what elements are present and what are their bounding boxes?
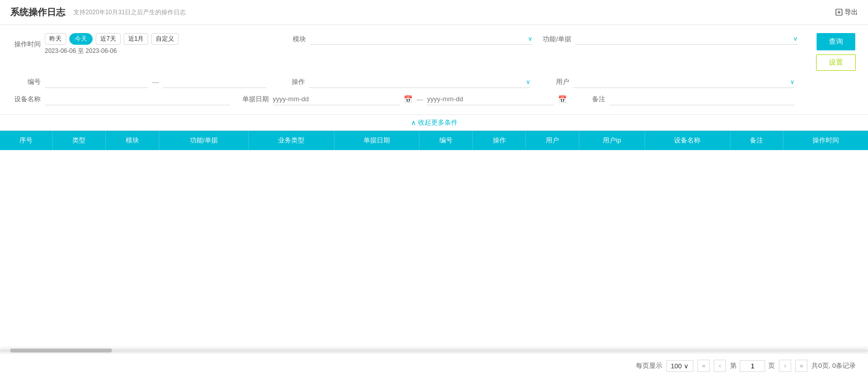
data-table: 序号 类型 模块 功能/单据 业务类型 单据日期 编号 操作 用户 用户ip 设… bbox=[0, 131, 868, 150]
collapse-bar[interactable]: ∧ 收起更多条件 bbox=[0, 115, 868, 131]
func-arrow-icon: ∨ bbox=[793, 35, 798, 42]
col-header-code: 编号 bbox=[419, 131, 472, 150]
scrollbar-track bbox=[0, 348, 868, 353]
page-label: 第 bbox=[730, 361, 737, 370]
remark-filter-item: 备注 bbox=[577, 93, 795, 105]
user-arrow-icon: ∨ bbox=[790, 78, 795, 85]
date-from-calendar-icon[interactable]: 📅 bbox=[404, 95, 412, 103]
query-button[interactable]: 查询 bbox=[817, 33, 855, 50]
col-header-biz-type: 业务类型 bbox=[249, 131, 334, 150]
export-button[interactable]: 导出 bbox=[835, 8, 858, 17]
doc-date-separator: — bbox=[416, 96, 423, 103]
func-select[interactable]: ∨ bbox=[575, 33, 798, 45]
page-title: 系统操作日志 bbox=[10, 6, 65, 18]
func-label: 功能/单据 bbox=[543, 35, 571, 44]
code-to-input[interactable] bbox=[163, 76, 266, 88]
doc-date-label: 单据日期 bbox=[240, 95, 269, 104]
module-select[interactable]: ∨ bbox=[310, 33, 533, 45]
user-label: 用户 bbox=[541, 77, 569, 86]
remark-input[interactable] bbox=[609, 93, 795, 105]
col-header-func: 功能/单据 bbox=[159, 131, 248, 150]
module-label: 模块 bbox=[277, 35, 306, 44]
export-icon bbox=[835, 9, 843, 16]
page-input-group: 第 页 bbox=[730, 360, 775, 372]
time-filter-item: 操作时间 昨天 今天 近7天 近1月 自定义 2023-06-06 至 2023… bbox=[12, 33, 267, 55]
table-container: 序号 类型 模块 功能/单据 业务类型 单据日期 编号 操作 用户 用户ip 设… bbox=[0, 131, 868, 347]
op-filter-item: 操作 ∨ bbox=[276, 76, 530, 88]
doc-date-filter-item: 单据日期 📅 — 📅 bbox=[240, 93, 567, 105]
doc-date-to-input[interactable] bbox=[427, 93, 554, 105]
module-filter-item: 模块 ∨ bbox=[277, 33, 533, 45]
page-size-value: 100 bbox=[671, 362, 682, 370]
code-label: 编号 bbox=[12, 77, 41, 86]
per-page-label: 每页显示 bbox=[636, 361, 662, 370]
page-size-select[interactable]: 100 ∨ bbox=[666, 360, 694, 372]
export-label: 导出 bbox=[845, 8, 858, 17]
page-unit: 页 bbox=[768, 361, 775, 370]
module-arrow-icon: ∨ bbox=[528, 35, 533, 42]
doc-date-from-input[interactable] bbox=[273, 93, 400, 105]
time-btn-7days[interactable]: 近7天 bbox=[96, 33, 121, 45]
remark-label: 备注 bbox=[577, 95, 605, 104]
time-btn-1month[interactable]: 近1月 bbox=[124, 33, 149, 45]
prev-page-button[interactable]: ‹ bbox=[714, 360, 726, 372]
col-header-seq: 序号 bbox=[0, 131, 52, 150]
device-filter-item: 设备名称 bbox=[12, 93, 230, 105]
col-header-op: 操作 bbox=[472, 131, 525, 150]
time-label: 操作时间 bbox=[12, 40, 41, 49]
time-btn-today[interactable]: 今天 bbox=[69, 33, 93, 45]
collapse-label: 收起更多条件 bbox=[418, 118, 458, 127]
first-page-button[interactable]: « bbox=[697, 360, 710, 372]
user-filter-item: 用户 ∨ bbox=[541, 76, 795, 88]
col-header-type: 类型 bbox=[52, 131, 105, 150]
time-btn-yesterday[interactable]: 昨天 bbox=[45, 33, 66, 45]
horizontal-scrollbar[interactable] bbox=[0, 347, 868, 353]
col-header-user-ip: 用户ip bbox=[579, 131, 645, 150]
page-subtitle: 支持2020年10月31日之后产生的操作日志 bbox=[73, 8, 186, 17]
code-separator: — bbox=[152, 78, 159, 86]
user-select[interactable]: ∨ bbox=[573, 76, 795, 88]
last-page-button[interactable]: » bbox=[795, 360, 807, 372]
time-btn-custom[interactable]: 自定义 bbox=[151, 33, 179, 45]
func-filter-item: 功能/单据 ∨ bbox=[543, 33, 798, 45]
col-header-device: 设备名称 bbox=[645, 131, 730, 150]
action-buttons: 查询 设置 bbox=[808, 33, 856, 71]
total-label: 共0页, 0条记录 bbox=[811, 361, 856, 370]
next-page-button[interactable]: › bbox=[779, 360, 791, 372]
op-arrow-icon: ∨ bbox=[526, 78, 530, 85]
op-select[interactable]: ∨ bbox=[309, 76, 530, 88]
code-from-input[interactable] bbox=[45, 76, 148, 88]
op-label: 操作 bbox=[276, 77, 305, 86]
page-size-arrow-icon: ∨ bbox=[684, 362, 689, 370]
chevron-up-icon: ∧ bbox=[411, 119, 416, 127]
device-input[interactable] bbox=[45, 93, 230, 105]
table-header-row: 序号 类型 模块 功能/单据 业务类型 单据日期 编号 操作 用户 用户ip 设… bbox=[0, 131, 868, 150]
settings-button[interactable]: 设置 bbox=[816, 54, 856, 71]
col-header-user: 用户 bbox=[526, 131, 579, 150]
time-range-display: 2023-06-06 至 2023-06-06 bbox=[45, 47, 267, 55]
col-header-module: 模块 bbox=[106, 131, 159, 150]
device-label: 设备名称 bbox=[12, 95, 41, 104]
col-header-remark: 备注 bbox=[730, 131, 783, 150]
empty-area bbox=[0, 150, 868, 333]
pagination-bar: 每页显示 100 ∨ « ‹ 第 页 › » 共0页, 0条记录 bbox=[0, 353, 868, 378]
scrollbar-thumb[interactable] bbox=[10, 348, 112, 353]
date-to-calendar-icon[interactable]: 📅 bbox=[558, 95, 567, 103]
code-filter-item: 编号 — bbox=[12, 76, 266, 88]
col-header-op-time: 操作时间 bbox=[783, 131, 868, 150]
page-number-input[interactable] bbox=[740, 360, 765, 372]
col-header-doc-date: 单据日期 bbox=[334, 131, 419, 150]
